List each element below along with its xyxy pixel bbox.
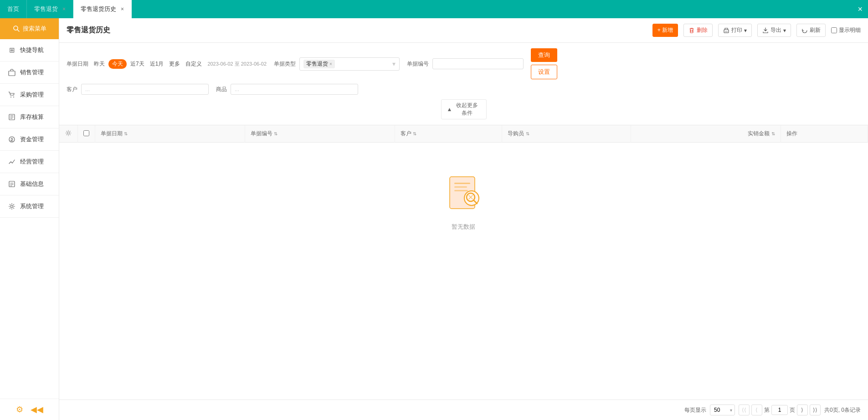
empty-text: 暂无数据 [452, 223, 475, 231]
customer-input[interactable]: ... [81, 84, 209, 95]
svg-rect-10 [725, 31, 728, 32]
sort-customer[interactable]: ⇅ [413, 131, 416, 136]
svg-rect-2 [9, 71, 15, 76]
th-guide[interactable]: 导购员 ⇅ [502, 125, 631, 143]
doc-type-tag-close[interactable]: × [329, 61, 332, 67]
doc-no-filter-label: 单据编号 [407, 60, 429, 68]
page-unit: 页 [790, 406, 795, 414]
print-dropdown-arrow[interactable]: ▾ [744, 27, 747, 34]
svg-point-11 [67, 132, 69, 134]
collapse-filter-button[interactable]: ▲ 收起更多条件 [441, 99, 487, 119]
collapse-arrow-icon: ▲ [447, 106, 452, 113]
tab-home[interactable]: 首页 [0, 0, 27, 18]
sort-doc-no[interactable]: ⇅ [274, 131, 277, 136]
doc-no-input[interactable] [432, 58, 524, 69]
sidebar-item-finance[interactable]: 资金管理 [0, 128, 59, 151]
doc-type-input[interactable]: 零售退货 × ▾ [299, 57, 400, 71]
sidebar-item-operation[interactable]: 经营管理 [0, 151, 59, 173]
prev-page-button[interactable]: ⟨ [751, 405, 762, 415]
top-bar-right: × [852, 5, 868, 14]
page-title: 零售退货历史 [67, 26, 110, 35]
close-window-button[interactable]: × [858, 5, 863, 14]
first-page-button[interactable]: ⟨⟨ [739, 405, 750, 415]
export-dropdown-arrow[interactable]: ▾ [783, 27, 786, 34]
sidebar-bottom: ⚙ ◀◀ [0, 399, 59, 420]
new-button[interactable]: + 新增 [652, 24, 678, 37]
doc-type-dropdown-arrow[interactable]: ▾ [392, 60, 395, 67]
refresh-button[interactable]: 刷新 [796, 24, 826, 37]
sidebar-search[interactable]: 搜索菜单 [0, 18, 59, 39]
tab-retail-return-history-close[interactable]: × [121, 6, 124, 12]
th-doc-no[interactable]: 单据编号 ⇅ [245, 125, 395, 143]
per-page-select[interactable]: 20 50 100 [710, 405, 735, 415]
next-page-button[interactable]: ⟩ [797, 405, 808, 415]
svg-rect-13 [454, 183, 470, 184]
delete-button[interactable]: 删除 [683, 24, 713, 37]
doc-type-tag: 零售退货 × [303, 60, 335, 68]
inventory-icon [7, 113, 16, 122]
th-checkbox[interactable] [77, 125, 95, 143]
sidebar-item-basic-info[interactable]: 基础信息 [0, 173, 59, 195]
sort-actual-amount[interactable]: ⇅ [771, 131, 775, 136]
sidebar-item-system-mgmt[interactable]: 系统管理 [0, 195, 59, 218]
finance-icon [7, 135, 16, 144]
select-all-checkbox[interactable] [83, 130, 89, 136]
goods-input[interactable]: ... [231, 84, 358, 95]
sidebar-item-inventory[interactable]: 库存核算 [0, 106, 59, 128]
print-button[interactable]: 打印 ▾ [718, 24, 752, 37]
sound-icon[interactable]: ◀◀ [31, 405, 43, 415]
tab-bar: 首页 零售退货 × 零售退货历史 × [0, 0, 852, 18]
shortcut-today[interactable]: 今天 [108, 59, 127, 69]
sort-guide[interactable]: ⇅ [526, 131, 529, 136]
toolbar: + 新增 删除 打印 ▾ 导出 ▾ 刷新 [652, 24, 861, 37]
date-filter-label: 单据日期 [67, 60, 88, 68]
th-actual-amount[interactable]: 实销金额 ⇅ [631, 125, 781, 143]
th-customer[interactable]: 客户 ⇅ [395, 125, 502, 143]
shortcut-1month[interactable]: 近1月 [148, 59, 166, 69]
sidebar-item-quick-nav[interactable]: ⊞ 快捷导航 [0, 39, 59, 61]
page-label: 第 [764, 406, 770, 414]
quick-nav-icon: ⊞ [7, 46, 16, 55]
last-page-button[interactable]: ⟩⟩ [810, 405, 821, 415]
content-area: 零售退货历史 + 新增 删除 打印 ▾ 导出 ▾ [59, 18, 868, 420]
top-bar: 首页 零售退货 × 零售退货历史 × × [0, 0, 868, 18]
print-icon [723, 27, 729, 34]
shortcut-yesterday[interactable]: 昨天 [92, 59, 107, 69]
svg-line-1 [17, 30, 19, 31]
filter-settings-button[interactable]: 设置 [531, 65, 557, 79]
show-detail-label[interactable]: 显示明细 [831, 26, 861, 34]
search-icon [13, 25, 20, 32]
table-area: 单据日期 ⇅ 单据编号 ⇅ 客户 ⇅ 导购员 [59, 125, 868, 400]
sort-doc-date[interactable]: ⇅ [124, 131, 128, 136]
tab-retail-return[interactable]: 零售退货 × [27, 0, 73, 18]
date-shortcuts: 昨天 今天 近7天 近1月 更多 自定义 [92, 59, 204, 69]
delete-icon [688, 27, 695, 34]
export-icon [762, 27, 769, 34]
sidebar: 搜索菜单 ⊞ 快捷导航 销售管理 采购管理 库存核算 [0, 18, 59, 420]
sidebar-item-purchase-mgmt[interactable]: 采购管理 [0, 84, 59, 106]
shortcut-more[interactable]: 更多 [167, 59, 182, 69]
tab-retail-return-history[interactable]: 零售退货历史 × [73, 0, 132, 18]
page-header: 零售退货历史 + 新增 删除 打印 ▾ 导出 ▾ [59, 18, 868, 43]
shortcut-custom[interactable]: 自定义 [184, 59, 204, 69]
goods-filter-group: 商品 ... [216, 84, 358, 95]
filter-row-1: 单据日期 昨天 今天 近7天 近1月 更多 自定义 2023-06-02 至 2… [67, 48, 861, 79]
query-button[interactable]: 查询 [531, 48, 557, 62]
shortcut-7days[interactable]: 近7天 [128, 59, 146, 69]
page-nav: ⟨⟨ ⟨ 第 1 页 ⟩ ⟩⟩ [739, 405, 821, 415]
svg-point-4 [13, 97, 14, 97]
goods-filter-label: 商品 [216, 86, 227, 93]
sidebar-item-sales-mgmt[interactable]: 销售管理 [0, 61, 59, 84]
th-doc-date[interactable]: 单据日期 ⇅ [95, 125, 245, 143]
settings-bottom-icon[interactable]: ⚙ [16, 405, 23, 415]
sales-icon [7, 68, 16, 77]
show-detail-checkbox[interactable] [831, 27, 837, 33]
goods-dots: ... [235, 86, 239, 92]
empty-state: 暂无数据 [59, 143, 868, 258]
customer-filter-label: 客户 [67, 86, 77, 93]
page-input[interactable]: 1 [771, 405, 788, 415]
tab-retail-return-close[interactable]: × [62, 6, 66, 12]
export-button[interactable]: 导出 ▾ [757, 24, 791, 37]
pagination: 每页显示 20 50 100 ▾ ⟨⟨ ⟨ 第 1 页 ⟩ ⟩⟩ 共0页, 0条… [59, 400, 868, 420]
th-settings[interactable] [59, 125, 77, 143]
